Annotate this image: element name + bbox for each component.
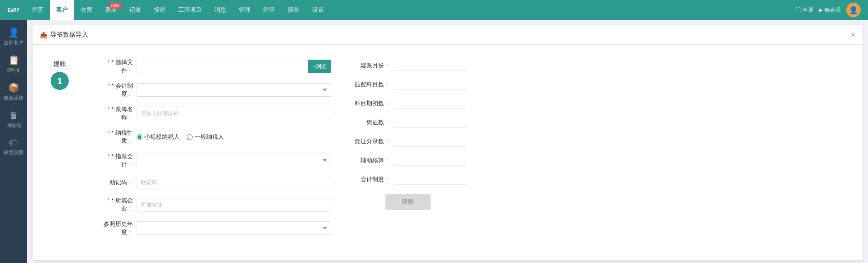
match-subjects-value xyxy=(394,79,467,90)
accounting-system-info-label: 会计制度： xyxy=(349,175,390,183)
sidebar: 👤 全部客户 📋 0申报 📦 账套迁移 🗑 回收站 🏷 标签设置 xyxy=(0,20,27,263)
voucher-count-value xyxy=(394,117,467,128)
info-row-build-month: 建账月份： xyxy=(349,60,467,71)
info-row-aux-accounting: 辅助核算： xyxy=(349,155,467,166)
sidebar-label-declare: 0申报 xyxy=(7,67,20,73)
play-icon: ▶ xyxy=(819,7,823,13)
tax-nature-label: * 纳税性质： xyxy=(96,129,137,145)
avatar-icon: 👤 xyxy=(849,6,858,14)
subject-initial-value xyxy=(394,98,467,109)
all-customers-icon: 👤 xyxy=(8,27,19,38)
form-row-ledger-name: * 账簿名称： xyxy=(96,105,331,122)
member-label: 畅会员 xyxy=(825,6,841,14)
accountant-label: * 指派会计： xyxy=(96,152,137,169)
declare-icon: 📋 xyxy=(8,55,19,66)
sidebar-item-migrate[interactable]: 📦 账套迁移 xyxy=(1,79,26,104)
main-layout: 👤 全部客户 📋 0申报 📦 账套迁移 🗑 回收站 🏷 标签设置 📤 导爷数据导… xyxy=(0,20,868,263)
nav-badge-new: new xyxy=(109,3,121,9)
sidebar-item-all-customers[interactable]: 👤 全部客户 xyxy=(1,23,26,49)
nav-home[interactable]: 首页 xyxy=(25,0,50,20)
file-text-input[interactable] xyxy=(137,60,308,73)
tags-icon: 🏷 xyxy=(9,137,18,148)
nav-management[interactable]: 管理 xyxy=(232,0,257,20)
voucher-entries-value xyxy=(394,136,467,147)
browse-button[interactable]: +浏览 xyxy=(308,60,331,73)
nav-tax[interactable]: 报税 xyxy=(147,0,172,20)
sidebar-label-tags: 标签设置 xyxy=(4,150,24,155)
top-nav: EaRP 首页 客户 收费 票据 new 记账 报税 工商项目 消息 管理 经营… xyxy=(0,0,868,20)
step-section: 建账 1 xyxy=(42,58,78,244)
company-input[interactable] xyxy=(137,198,331,211)
ledger-name-label: * 账簿名称： xyxy=(96,105,137,122)
form-row-accountant: * 指派会计： xyxy=(96,152,331,169)
sidebar-item-tags[interactable]: 🏷 标签设置 xyxy=(1,134,26,159)
radio-general-taxpayer[interactable]: 一般纳税人 xyxy=(187,133,224,141)
sidebar-label-all-customers: 全部客户 xyxy=(4,40,24,46)
info-row-subject-initial: 科目期初数： xyxy=(349,98,467,109)
sidebar-label-migrate: 账套迁移 xyxy=(4,95,24,101)
migrate-icon: 📦 xyxy=(8,82,19,93)
aux-accounting-value xyxy=(394,155,467,166)
recycle-icon: 🗑 xyxy=(9,110,18,121)
nav-business[interactable]: 工商项目 xyxy=(172,0,208,20)
nav-operations[interactable]: 经营 xyxy=(257,0,281,20)
sidebar-item-recycle[interactable]: 🗑 回收站 xyxy=(1,107,26,132)
fullscreen-icon: ⛶ xyxy=(795,7,801,13)
voucher-count-label: 凭证数： xyxy=(349,118,390,127)
ledger-name-input[interactable] xyxy=(137,107,331,120)
nav-customers[interactable]: 客户 xyxy=(50,0,74,20)
panel-title: 导爷数据导入 xyxy=(50,31,88,39)
logo-text: EaRP xyxy=(8,8,19,13)
fullscreen-btn[interactable]: ⛶ 全屏 xyxy=(795,6,813,14)
nav-settings[interactable]: 设置 xyxy=(306,0,330,20)
form-row-reference-year: 参照历史年度： xyxy=(96,220,331,236)
form-section: * 选择文件： +浏览 * 会计制度： xyxy=(96,58,331,244)
fullscreen-label: 全屏 xyxy=(802,6,813,14)
panel-body: 建账 1 * 选择文件： +浏览 * 会计制度： xyxy=(33,45,863,253)
info-row-accounting-system-info: 会计制度： xyxy=(349,174,467,185)
accountant-select[interactable] xyxy=(137,154,331,167)
build-month-label: 建账月份： xyxy=(349,61,390,70)
aux-accounting-label: 辅助核算： xyxy=(349,156,390,164)
info-row-voucher-count: 凭证数： xyxy=(349,117,467,128)
step-label: 建账 xyxy=(53,60,66,68)
match-subjects-label: 匹配科目数： xyxy=(349,80,390,89)
nav-invoice[interactable]: 票据 new xyxy=(99,0,123,20)
radio-general-input[interactable] xyxy=(187,134,193,140)
form-row-tax-nature: * 纳税性质： 小规模纳税人 一般纳税人 xyxy=(96,129,331,145)
build-account-button[interactable]: 建账 xyxy=(385,194,431,210)
nav-billing[interactable]: 收费 xyxy=(74,0,99,20)
info-section: 建账月份： 匹配科目数： 科目期初数： 凭证数： xyxy=(349,58,467,244)
nav-message[interactable]: 消息 xyxy=(208,0,232,20)
accounting-system-info-value xyxy=(394,174,467,185)
nav-right-section: ⛶ 全屏 ▶ 畅会员 👤 xyxy=(795,3,861,17)
accounting-system-select[interactable] xyxy=(137,83,331,97)
memo-label: 助记码： xyxy=(96,178,137,187)
tax-nature-radio-group: 小规模纳税人 一般纳税人 xyxy=(137,133,331,141)
nav-bookkeeping[interactable]: 记账 xyxy=(123,0,147,20)
radio-general-label: 一般纳税人 xyxy=(194,133,224,141)
subject-initial-label: 科目期初数： xyxy=(349,99,390,108)
sidebar-item-declare[interactable]: 📋 0申报 xyxy=(1,51,26,77)
file-input-row: +浏览 xyxy=(137,60,331,73)
reference-year-label: 参照历史年度： xyxy=(96,220,137,236)
voucher-entries-label: 凭证分录数： xyxy=(349,137,390,146)
panel-close-button[interactable]: × xyxy=(850,31,855,39)
logo: EaRP xyxy=(4,0,24,20)
accounting-system-label: * 会计制度： xyxy=(96,82,137,98)
nav-service[interactable]: 服务 xyxy=(281,0,306,20)
member-btn[interactable]: ▶ 畅会员 xyxy=(819,6,841,14)
form-row-memo: 助记码： xyxy=(96,176,331,189)
panel: 📤 导爷数据导入 × 建账 1 * 选择文件： xyxy=(33,25,863,260)
memo-input[interactable] xyxy=(137,176,331,189)
form-row-select-file: * 选择文件： +浏览 xyxy=(96,58,331,75)
build-month-value xyxy=(394,60,467,71)
reference-year-select[interactable] xyxy=(137,221,331,235)
radio-small-label: 小规模纳税人 xyxy=(144,133,180,141)
radio-small-taxpayer[interactable]: 小规模纳税人 xyxy=(137,133,180,141)
info-row-match-subjects: 匹配科目数： xyxy=(349,79,467,90)
radio-small-input[interactable] xyxy=(137,134,142,140)
company-label: * 所属企业： xyxy=(96,197,137,213)
panel-header-icon: 📤 xyxy=(40,31,47,38)
user-avatar[interactable]: 👤 xyxy=(846,3,861,17)
